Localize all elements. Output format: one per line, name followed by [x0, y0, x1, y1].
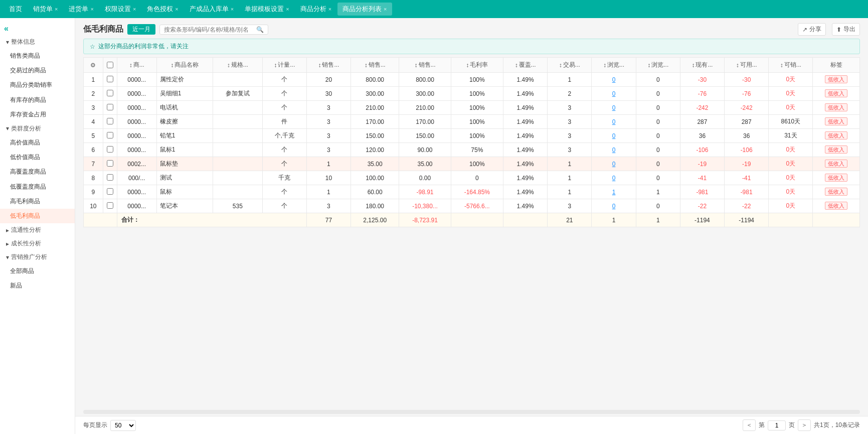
- sidebar-group-marketing[interactable]: ▾ 营销推广分析: [0, 250, 75, 264]
- sidebar-group-circulation[interactable]: ▸ 流通性分析: [0, 223, 75, 237]
- row-checkbox[interactable]: [107, 160, 113, 167]
- select-all-checkbox[interactable]: [107, 62, 113, 68]
- th-name[interactable]: ↕商品名称: [156, 58, 213, 73]
- nav-role-auth[interactable]: 角色授权 ×: [142, 3, 183, 16]
- th-current-stock[interactable]: ↕现有...: [680, 58, 724, 73]
- page-number-input[interactable]: [768, 420, 786, 430]
- sidebar-item-high-coverage[interactable]: 高覆盖度商品: [0, 165, 75, 179]
- row-checkbox[interactable]: [107, 188, 113, 195]
- search-input[interactable]: [164, 26, 254, 33]
- cell-checkbox[interactable]: [103, 185, 117, 199]
- cell-checkbox[interactable]: [103, 115, 117, 129]
- sidebar-item-low-coverage[interactable]: 低覆盖度商品: [0, 180, 75, 194]
- share-btn[interactable]: ↗ 分享: [798, 23, 826, 36]
- th-spec[interactable]: ↕规格...: [213, 58, 263, 73]
- sidebar-item-all-goods[interactable]: 全部商品: [0, 264, 75, 278]
- sidebar-group-growth[interactable]: ▸ 成长性分析: [0, 237, 75, 250]
- prev-page-btn[interactable]: ＜: [743, 419, 756, 431]
- th-saleable[interactable]: ↕可销...: [769, 58, 813, 73]
- export-btn[interactable]: ⬆ 导出: [832, 23, 860, 36]
- browse1-link[interactable]: 1: [612, 189, 616, 196]
- row-checkbox[interactable]: [107, 104, 113, 110]
- next-page-btn[interactable]: ＞: [798, 419, 811, 431]
- row-checkbox[interactable]: [107, 76, 113, 82]
- nav-goods-analysis[interactable]: 商品分析 ×: [295, 3, 336, 16]
- th-transaction[interactable]: ↕交易...: [548, 58, 592, 73]
- browse1-link[interactable]: 0: [612, 118, 616, 125]
- cell-browse1[interactable]: 1: [592, 185, 636, 199]
- th-available[interactable]: ↕可用...: [725, 58, 769, 73]
- close-permissions-icon[interactable]: ×: [133, 6, 136, 12]
- page-size-select[interactable]: 50 100 200: [110, 420, 136, 431]
- cell-checkbox[interactable]: [103, 73, 117, 87]
- nav-product-entry[interactable]: 产成品入库单 ×: [185, 3, 239, 16]
- sidebar-collapse-btn[interactable]: «: [4, 24, 9, 33]
- nav-template-settings[interactable]: 单据模板设置 ×: [240, 3, 294, 16]
- cell-checkbox[interactable]: [103, 199, 117, 213]
- browse1-link[interactable]: 0: [612, 132, 616, 139]
- sidebar-item-traded-goods[interactable]: 交易过的商品: [0, 63, 75, 78]
- th-checkbox[interactable]: [103, 58, 117, 73]
- sidebar-item-high-value[interactable]: 高价值商品: [0, 135, 75, 150]
- sidebar-item-high-margin[interactable]: 高毛利商品: [0, 194, 75, 209]
- th-unit[interactable]: ↕计量...: [262, 58, 306, 73]
- browse1-link[interactable]: 0: [612, 175, 616, 182]
- th-browse1[interactable]: ↕浏览...: [592, 58, 636, 73]
- close-purchase-order-icon[interactable]: ×: [90, 6, 93, 12]
- cell-checkbox[interactable]: [103, 87, 117, 101]
- sidebar-group-cluster[interactable]: ▾ 类群度分析: [0, 122, 75, 135]
- cell-browse1[interactable]: 0: [592, 115, 636, 129]
- browse1-link[interactable]: 0: [612, 104, 616, 111]
- sidebar-item-new-goods[interactable]: 新品: [0, 278, 75, 293]
- cell-browse1[interactable]: 0: [592, 171, 636, 185]
- close-template-settings-icon[interactable]: ×: [286, 6, 289, 12]
- th-gross-margin[interactable]: ↕毛利率: [451, 58, 503, 73]
- browse1-link[interactable]: 0: [612, 90, 616, 97]
- row-checkbox[interactable]: [107, 90, 113, 96]
- th-settings[interactable]: ⚙: [84, 58, 103, 73]
- cell-checkbox[interactable]: [103, 171, 117, 185]
- cell-browse1[interactable]: 0: [592, 157, 636, 171]
- nav-goods-analysis-list[interactable]: 商品分析列表 ×: [337, 3, 392, 16]
- th-sales-amount[interactable]: ↕销售...: [399, 58, 451, 73]
- th-sales-price[interactable]: ↕销售...: [351, 58, 399, 73]
- close-sales-order-icon[interactable]: ×: [55, 6, 58, 12]
- th-code[interactable]: ↕商...: [117, 58, 156, 73]
- cell-browse1[interactable]: 0: [592, 87, 636, 101]
- cell-browse1[interactable]: 0: [592, 199, 636, 213]
- row-checkbox[interactable]: [107, 174, 113, 181]
- sidebar-item-low-value[interactable]: 低价值商品: [0, 150, 75, 165]
- filter-recent-month-btn[interactable]: 近一月: [127, 24, 155, 35]
- th-sales-qty[interactable]: ↕销售...: [306, 58, 351, 73]
- row-checkbox[interactable]: [107, 132, 113, 138]
- cell-browse1[interactable]: 0: [592, 129, 636, 143]
- close-goods-analysis-icon[interactable]: ×: [328, 6, 331, 12]
- sidebar-item-stock-capital[interactable]: 库存资金占用: [0, 107, 75, 122]
- nav-home[interactable]: 首页: [4, 3, 27, 16]
- search-icon[interactable]: 🔍: [256, 26, 264, 33]
- cell-checkbox[interactable]: [103, 101, 117, 115]
- sidebar-item-stocked-goods[interactable]: 有库存的商品: [0, 93, 75, 107]
- th-coverage[interactable]: ↕覆盖...: [503, 58, 548, 73]
- browse1-link[interactable]: 0: [612, 147, 616, 154]
- sidebar-item-low-margin[interactable]: 低毛利商品: [0, 209, 75, 223]
- th-browse2[interactable]: ↕浏览...: [636, 58, 680, 73]
- cell-checkbox[interactable]: [103, 157, 117, 171]
- close-goods-analysis-list-icon[interactable]: ×: [384, 6, 387, 12]
- cell-browse1[interactable]: 0: [592, 143, 636, 157]
- close-role-auth-icon[interactable]: ×: [175, 6, 178, 12]
- nav-sales-order[interactable]: 销货单 ×: [28, 3, 63, 16]
- cell-checkbox[interactable]: [103, 143, 117, 157]
- sidebar-item-sales-goods[interactable]: 销售类商品: [0, 49, 75, 63]
- th-tag[interactable]: 标签: [813, 58, 860, 73]
- row-checkbox[interactable]: [107, 118, 113, 124]
- nav-permissions[interactable]: 权限设置 ×: [100, 3, 141, 16]
- nav-purchase-order[interactable]: 进货单 ×: [64, 3, 98, 16]
- cell-checkbox[interactable]: [103, 129, 117, 143]
- browse1-link[interactable]: 0: [612, 161, 616, 168]
- browse1-link[interactable]: 0: [612, 76, 616, 83]
- close-product-entry-icon[interactable]: ×: [231, 6, 234, 12]
- cell-browse1[interactable]: 0: [592, 101, 636, 115]
- horizontal-scrollbar[interactable]: [83, 410, 860, 414]
- sidebar-group-overall[interactable]: ▾ 整体信息: [0, 35, 75, 49]
